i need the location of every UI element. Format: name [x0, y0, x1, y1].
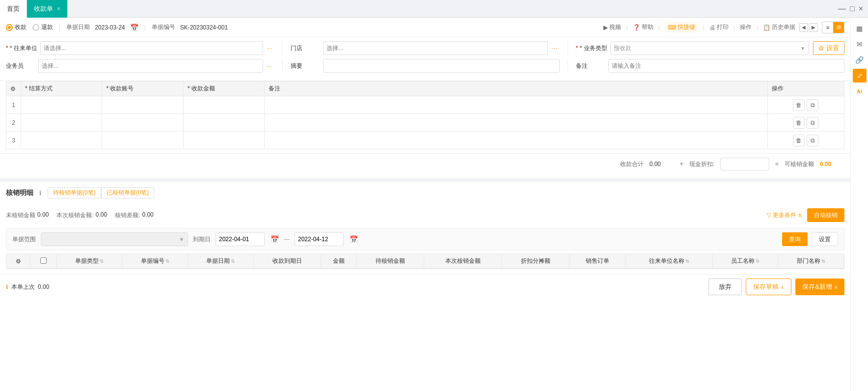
xianjin-input[interactable]: [720, 158, 769, 170]
date-to-input[interactable]: [295, 232, 344, 246]
th-action: 操作: [767, 82, 844, 96]
sort-type-icon: ⇅: [100, 258, 104, 264]
sidebar-table-icon[interactable]: ▦: [853, 22, 867, 35]
bottom-info-icon[interactable]: ℹ: [6, 283, 8, 290]
row3-note[interactable]: [265, 132, 767, 149]
note-input[interactable]: [608, 59, 844, 73]
select-all-checkbox[interactable]: [40, 257, 47, 264]
row3-amount[interactable]: [183, 132, 264, 149]
dan-ju-fan-wei-label: 单据范围: [12, 235, 36, 244]
print-btn[interactable]: 🖨 打印: [709, 23, 729, 31]
sth-date: 单据日期⇅: [188, 254, 254, 269]
row3-copy-btn[interactable]: ⧉: [807, 135, 818, 146]
business-type-input[interactable]: [610, 41, 809, 55]
summary-row: 收款合计 0.00 + 现金折扣: = 可核销金额 0.00: [0, 153, 850, 174]
calendar-icon[interactable]: 📅: [130, 24, 138, 31]
sth-checkbox: [30, 254, 56, 269]
store-more-btn[interactable]: ···: [550, 44, 560, 52]
row1-account[interactable]: [102, 96, 183, 114]
shortcut-btn[interactable]: ⌨ 快捷键: [665, 22, 698, 32]
history-btn[interactable]: 📋 历史单据: [763, 23, 795, 31]
close-btn[interactable]: ×: [859, 4, 863, 13]
query-btn[interactable]: 查询: [782, 232, 808, 246]
verify-info-icon[interactable]: ℹ: [39, 190, 42, 196]
row2-amount[interactable]: [183, 114, 264, 132]
auto-verify-btn[interactable]: 自动核销: [807, 208, 844, 222]
row2-actions: 🗑 ⧉: [767, 114, 844, 132]
tab-shoukuan[interactable]: 收款单 ×: [27, 0, 68, 18]
salesman-input[interactable]: [38, 59, 263, 73]
row1-amount[interactable]: [183, 96, 264, 114]
customer-input[interactable]: [40, 41, 263, 55]
tab-close-icon[interactable]: ×: [57, 5, 60, 12]
more-conditions-btn[interactable]: ▽ 更多条件 ∧: [767, 211, 802, 220]
save-draft-chevron-icon: ∧: [781, 284, 784, 290]
radio-tuikuan[interactable]: 退款: [32, 23, 53, 31]
save-new-btn[interactable]: 保存&新增 ∧: [795, 279, 844, 295]
date-from-input[interactable]: [216, 232, 265, 246]
grid-view-btn[interactable]: ⊞: [833, 22, 844, 33]
store-input[interactable]: [323, 41, 548, 55]
verify-header: 核销明细 ℹ 待核销单据(0笔) 已核销单据(0笔): [6, 187, 844, 198]
row3-jiesuan[interactable]: [21, 132, 102, 149]
billno-label: 单据编号: [152, 23, 175, 31]
radio-shoukuan[interactable]: 收款: [6, 23, 27, 31]
cal-from-icon[interactable]: 📅: [271, 235, 279, 243]
radio-dot-shoukuan: [6, 24, 13, 31]
list-view-btn[interactable]: ≡: [822, 22, 833, 33]
filter-settings-btn[interactable]: 设置: [812, 232, 838, 246]
done-tab[interactable]: 已核销单据(0笔): [101, 187, 155, 198]
business-type-select-wrapper: ▼: [610, 41, 809, 55]
customer-label: * 往来单位: [6, 44, 37, 53]
row2-copy-btn[interactable]: ⧉: [807, 117, 818, 129]
th-gear[interactable]: ⚙: [6, 82, 21, 96]
operation-btn[interactable]: 操作: [740, 23, 752, 31]
help-btn[interactable]: ❓ 帮助: [633, 23, 653, 31]
dan-ju-fan-wei-select-wrapper: ▼: [41, 232, 188, 246]
sth-customer: 往来单位名称⇅: [626, 254, 712, 269]
settings-button[interactable]: ⚙ 设置: [813, 41, 844, 55]
ben-dan-shang-ci-label: 本单上次: [11, 283, 35, 291]
th-note: 备注: [265, 82, 767, 96]
maximize-btn[interactable]: □: [850, 4, 855, 13]
gear-icon: ⚙: [818, 45, 824, 52]
next-arrow[interactable]: ▶: [809, 23, 818, 32]
row1-jiesuan[interactable]: [21, 96, 102, 114]
bottom-actions: 放弃 保存草稿 ∧ 保存&新增 ∧: [708, 279, 844, 295]
sep4: |: [658, 24, 660, 31]
row2-jiesuan[interactable]: [21, 114, 102, 132]
form-row-2: 业务员 ··· 摘要 备注: [6, 59, 844, 73]
ben-value: 0.00: [96, 211, 107, 220]
save-new-chevron-icon: ∧: [834, 284, 838, 290]
row3-account[interactable]: [102, 132, 183, 149]
row1-note[interactable]: [265, 96, 767, 114]
sth-gear[interactable]: ⚙: [6, 254, 30, 269]
minimize-btn[interactable]: —: [838, 4, 846, 13]
row3-actions: 🗑 ⧉: [767, 132, 844, 149]
prev-arrow[interactable]: ◀: [799, 23, 808, 32]
sth-dept: 部门名称⇅: [778, 254, 844, 269]
save-draft-btn[interactable]: 保存草稿 ∧: [746, 279, 791, 295]
sidebar-expand-icon[interactable]: ⤢: [853, 69, 867, 83]
cha-label: 核销差额:: [115, 211, 140, 220]
business-type-label: * 业务类型: [576, 44, 607, 53]
row2-delete-btn[interactable]: 🗑: [793, 117, 805, 129]
summary-input[interactable]: [323, 59, 559, 73]
sort-customer-icon: ⇅: [685, 258, 689, 264]
salesman-more-btn[interactable]: ···: [265, 62, 275, 70]
cal-to-icon[interactable]: 📅: [350, 235, 358, 243]
video-btn[interactable]: ▶ 视频: [603, 23, 621, 31]
verify-title: 核销明细: [6, 189, 33, 197]
row2-note[interactable]: [265, 114, 767, 132]
abandon-btn[interactable]: 放弃: [708, 279, 742, 295]
dan-ju-fan-wei-select[interactable]: [41, 232, 188, 246]
sidebar-link-icon[interactable]: 🔗: [853, 53, 867, 67]
sidebar-mail-icon[interactable]: ✉: [853, 37, 867, 51]
row1-copy-btn[interactable]: ⧉: [807, 99, 818, 111]
row2-account[interactable]: [102, 114, 183, 132]
pending-tab[interactable]: 待核销单据(0笔): [48, 187, 101, 198]
row1-delete-btn[interactable]: 🗑: [793, 99, 805, 111]
tab-home[interactable]: 首页: [0, 0, 27, 18]
row3-delete-btn[interactable]: 🗑: [793, 135, 805, 146]
customer-more-btn[interactable]: ···: [265, 44, 275, 52]
